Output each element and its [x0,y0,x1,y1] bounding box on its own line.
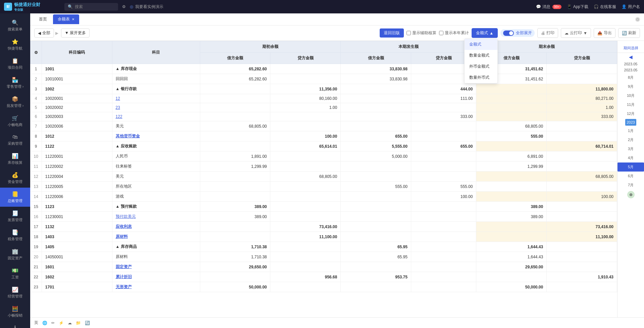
month-item-7[interactable]: 7月 [618,181,644,190]
sidebar-item-operations[interactable]: 📈 经营管理 [0,283,30,302]
month-item-5[interactable]: 5月 [618,162,644,172]
sidebar-item-accounting[interactable]: 📒 总账管理 [0,188,30,207]
yearly-checkbox-input[interactable] [439,31,443,35]
win-close-btn[interactable]: ✕ [628,17,633,22]
settings-btn[interactable]: ⚙ [122,4,126,9]
tax-icon: 📑 [12,229,18,236]
month-item-10[interactable]: 10月 [618,91,644,100]
dropdown-item-foreign-amount[interactable]: 外币金额式 [465,61,497,72]
amount-type-dropdown: 金额式 数量金额式 外币金额式 数量外币式 [464,39,498,83]
account-name-cell[interactable]: 累计折旧 [112,272,200,282]
amount-type-btn[interactable]: 金额式 ▲ [472,28,498,38]
cloud-print-btn[interactable]: ☁ 云打印 ▼ [561,28,591,38]
month-item-6[interactable]: 6月 [618,172,644,181]
tab-home[interactable]: 首页 [34,14,52,24]
dropdown-item-amount[interactable]: 金额式 [465,39,497,50]
ob-debit-cell: 1,299.99 [200,161,270,172]
pd-debit-cell: 33,830.98 [341,64,411,74]
sidebar-item-quick-nav[interactable]: ⭐ 快捷导航 [0,35,30,54]
collapse-btn[interactable]: ◀ [626,53,635,61]
sidebar-item-salary[interactable]: 💵 工资 [0,264,30,283]
month-item-4[interactable]: 4月 [618,153,644,162]
edit-icon[interactable]: ✏ [51,321,55,325]
cb-debit-cell [476,141,547,151]
breadcrumb-all-btn[interactable]: ◀ 全部 [34,28,54,38]
account-name-cell[interactable]: 无形资产 [112,282,200,292]
sidebar-item-capital[interactable]: 💰 资金管理 [0,169,30,188]
print-btn[interactable]: 🖨 打印 [537,28,558,38]
sidebar-item-invoice[interactable]: 🧾 发票管理 [0,207,30,226]
cloud-save-icon[interactable]: ☁ [68,321,72,325]
expand-green-icon[interactable]: ⊕ [627,191,635,198]
sidebar-item-basic-info[interactable]: ℹ 基础信息 [0,321,30,328]
sync-icon[interactable]: 🔄 [85,321,90,325]
month-item-9[interactable]: 9月 [618,82,644,91]
pd-credit-cell [411,232,476,242]
message-btn[interactable]: 💬 消息 99+ [536,4,561,10]
pd-debit-cell: 65.95 [341,242,411,252]
print-icon: 🖨 [541,31,545,36]
export-btn[interactable]: 📤 导出 [594,28,615,38]
account-name-cell[interactable]: 23 [112,103,200,112]
sidebar-item-fixed-assets[interactable]: 🏢 固定资产 [0,245,30,264]
sidebar-item-purchase[interactable]: 🛍 采购管理 [0,131,30,149]
cb-debit-cell: 6,891.00 [476,151,547,161]
account-name-cell[interactable]: 122 [112,112,200,121]
month-item-8[interactable]: 8月 [618,73,644,82]
cb-debit-cell: 1,299.99 [476,161,547,172]
row-num-cell: 7 [31,121,42,131]
month-item-1[interactable]: 1月 [618,126,644,135]
app-download-btn[interactable]: 📱 App下载 [567,4,588,10]
sidebar-fixed-assets-label: 固定资产 [8,256,22,261]
refresh-btn[interactable]: 🔄 刷新 [618,28,640,38]
sidebar-item-search[interactable]: 🔍 搜索菜单 [0,16,30,35]
demo-link[interactable]: ◎ 我要看实例演示 [130,4,163,10]
return-old-btn[interactable]: 退回旧版 [380,28,404,38]
account-name-cell[interactable]: 预付款美元 [112,212,200,222]
pd-debit-cell [341,222,411,232]
helper-checkbox-input[interactable] [407,31,411,35]
account-name-cell[interactable]: 应收利息 [112,222,200,232]
sidebar-salary-label: 工资 [11,275,19,280]
account-name-cell[interactable]: 12 [112,94,200,103]
dropdown-item-qty-foreign[interactable]: 数量外币式 [465,72,497,83]
sidebar-item-retail[interactable]: 🏪 零售管理 › [0,73,30,92]
table-container: ⚙ 科目编码 科目 期初余额 本期发生额 期末余额 借方金额 贷方金额 借方金额… [30,41,617,317]
tab-balance[interactable]: 余额表 ✕ [53,14,79,24]
pd-debit-cell [341,202,411,212]
win-max-btn[interactable]: □ [635,17,640,22]
sales-report-icon: 🧮 [12,306,18,312]
sidebar-item-wholesale[interactable]: 📦 批发管理 › [0,92,30,112]
account-name-cell[interactable]: 原材料 [112,232,200,242]
online-service-btn[interactable]: 🎧 在线客服 [594,4,616,10]
sidebar-item-project[interactable]: 📋 项目合同 [0,54,30,73]
search-bar[interactable]: 🔍 搜索 [64,3,118,11]
dropdown-item-qty-amount[interactable]: 数量金额式 [465,50,497,61]
folder-icon[interactable]: 📁 [76,321,81,325]
sidebar-item-sales-report[interactable]: 🧮 小畅报销 [0,302,30,321]
month-item-3[interactable]: 3月 [618,144,644,153]
sidebar-item-tax[interactable]: 📑 税务管理 [0,226,30,245]
right-panel-header: 期间选择 [618,44,644,53]
month-item-2[interactable]: 2月 [618,135,644,144]
lightning-icon[interactable]: ⚡ [59,321,64,325]
show-helper-checkbox[interactable]: 显示辅助核算 [407,30,436,36]
help-icon[interactable]: 🌐 [42,321,47,325]
year-2023[interactable]: 2023 [625,119,636,126]
expand-icon-btn[interactable]: ⊕ [627,191,635,198]
show-yearly-checkbox[interactable]: 显示本年累计 [439,30,469,36]
month-item-11[interactable]: 11月 [618,100,644,109]
expand-btn[interactable]: ▼ 展开更多 [61,28,90,38]
account-name-cell[interactable]: 固定资产 [112,262,200,272]
tab-close-icon[interactable]: ✕ [72,17,74,21]
user-avatar[interactable]: 👤 用户名 [622,4,640,10]
pd-debit-cell [341,121,411,131]
lang-btn[interactable]: 英 [34,320,38,326]
month-item-12[interactable]: 12月 [618,109,644,118]
account-name-cell[interactable]: 其他货币资金 [112,131,200,141]
ob-credit-header: 贷方金额 [270,53,341,64]
full-expand-toggle[interactable]: 全部展开 [500,29,535,37]
cb-credit-cell [547,262,617,272]
sidebar-item-ecommerce[interactable]: 🛒 小畅电商 [0,112,30,131]
sidebar-item-inventory[interactable]: 📊 库存核算 [0,149,30,169]
